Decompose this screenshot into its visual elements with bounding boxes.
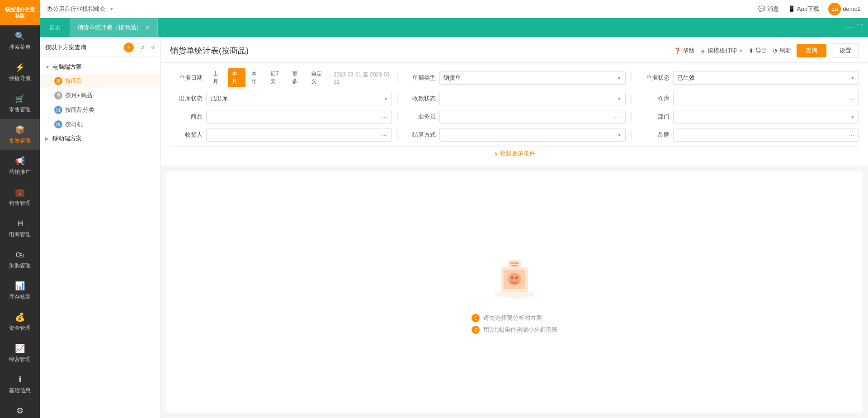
warehouse-dots-icon: ···: [848, 95, 855, 102]
sidebar-item-label: 零售管理: [9, 106, 31, 114]
divider-1: [397, 73, 398, 82]
refresh-scheme-button[interactable]: ↺: [137, 43, 147, 52]
salesperson-label: 业务员: [403, 113, 439, 121]
brand-label: 品牌: [637, 131, 673, 139]
tree-group-pc-header[interactable]: ▼ 电脑端方案: [40, 60, 160, 74]
tabbar: 首页 销货单统计表（按商品） ✕ — ⛶: [40, 18, 868, 37]
warehouse-control: ···: [673, 92, 859, 105]
svg-point-5: [515, 276, 518, 279]
print-icon: 🖨: [700, 48, 706, 54]
date-control: 上月 本月 本年 近7天 更多 自定义 2023-03-01 至 2023-03…: [206, 68, 392, 87]
sidebar-item-search[interactable]: 🔍 搜索菜单: [0, 25, 40, 57]
receiver-label: 收货人: [170, 131, 206, 139]
date-btn-this-month[interactable]: 本月: [228, 68, 245, 87]
sidebar-item-purchase[interactable]: 🛍 采购管理: [0, 244, 40, 275]
salesperson-select[interactable]: ···: [439, 110, 625, 124]
search-icon: 🔍: [15, 31, 25, 42]
sidebar-item-finance[interactable]: 💰 资金管理: [0, 306, 40, 337]
sidebar-item-basic[interactable]: ℹ 基础信息: [0, 369, 40, 400]
warehouse-select[interactable]: ···: [673, 92, 859, 105]
divider-6: [631, 112, 632, 121]
collapse-more-button[interactable]: ∧ 收起更多条件: [170, 146, 859, 160]
ecommerce-icon: 🖥: [16, 218, 24, 229]
sidebar-item-wholesale[interactable]: 📦 批发管理: [0, 119, 40, 150]
tab-close-icon[interactable]: ✕: [145, 24, 150, 31]
refresh-label: 刷新: [779, 47, 791, 55]
date-btn-this-year[interactable]: 本年: [247, 68, 264, 87]
doc-status-label: 单据状态: [637, 74, 673, 82]
date-quick-buttons: 上月 本月 本年 近7天 更多 自定义: [209, 68, 329, 87]
brand-control: ···: [673, 128, 859, 142]
collapse-panel-button[interactable]: «: [151, 43, 155, 52]
sidebar-item-inventory[interactable]: 📊 库存核算: [0, 275, 40, 306]
filter-row-1: 单据日期 上月 本月 本年 近7天 更多 自定义 2023-03-01: [170, 68, 859, 87]
payment-control: ▼: [439, 128, 625, 142]
export-button[interactable]: ⬇ 导出: [749, 47, 767, 55]
tree-item-by-category-icon: 目: [54, 106, 62, 114]
doc-type-value: 销货单: [443, 74, 461, 82]
department-label: 部门: [637, 113, 673, 121]
divider-3: [397, 94, 398, 103]
payment-select[interactable]: ▼: [439, 128, 625, 142]
sidebar-item-ecommerce[interactable]: 🖥 电商管理: [0, 213, 40, 244]
step-2-label: 用[过滤]条件来缩小分析范围: [483, 324, 557, 336]
brand-dots-icon: ···: [848, 131, 855, 138]
doc-status-select[interactable]: 已生效 ▼: [673, 71, 859, 85]
user-profile-button[interactable]: Ea demo2: [828, 3, 861, 15]
help-label: 帮助: [683, 47, 694, 55]
tab-maximize-icon[interactable]: ⛶: [856, 24, 863, 32]
basic-icon: ℹ: [19, 374, 22, 385]
industry-label: 办公用品行业模拟账套: [47, 5, 106, 13]
quicknav-icon: ⚡: [15, 62, 25, 73]
collapse-up-icon: ∧: [494, 150, 498, 157]
sidebar-item-quicknav[interactable]: ⚡ 快捷导航: [0, 57, 40, 88]
settings-button[interactable]: 设置: [832, 43, 859, 58]
retail-icon: 🛒: [15, 93, 25, 104]
sidebar-item-marketing[interactable]: 📢 营销推广: [0, 150, 40, 181]
date-btn-last-month[interactable]: 上月: [209, 68, 226, 87]
app-subtitle: 标版: [15, 13, 25, 19]
tree-item-by-product[interactable]: 按 按商品: [40, 74, 160, 88]
right-panel: 销货单统计表(按商品) ❓ 帮助 🖨 按模板打印 ▼ ⬇ 导出: [161, 37, 868, 418]
tree-group-pc: ▼ 电脑端方案 按 按商品 月 按月+商品 目 按商品分类: [40, 60, 160, 132]
doc-type-label: 单据类型: [403, 74, 439, 82]
tree-item-by-cashier[interactable]: 按 按司机: [40, 117, 160, 132]
message-button[interactable]: 💬 消息: [758, 5, 779, 13]
tab-minimize-icon[interactable]: —: [845, 24, 853, 32]
product-select[interactable]: ···: [206, 110, 392, 124]
sidebar-item-label: 采购管理: [9, 262, 31, 270]
tab-home[interactable]: 首页: [40, 18, 70, 37]
tab-sales-stat[interactable]: 销货单统计表（按商品） ✕: [70, 18, 158, 37]
sidebar-item-operation[interactable]: 📈 经营管理: [0, 337, 40, 369]
help-icon: ❓: [674, 48, 681, 54]
out-status-select[interactable]: 已出库 ▼: [206, 92, 392, 105]
brand-select[interactable]: ···: [673, 128, 859, 142]
tree-item-by-category[interactable]: 目 按商品分类: [40, 103, 160, 117]
filter-area: 单据日期 上月 本月 本年 近7天 更多 自定义 2023-03-01: [161, 63, 868, 166]
sidebar: 畅捷通好生意 标版 🔍 搜索菜单 ⚡ 快捷导航 🛒 零售管理 📦 批发管理 📢 …: [0, 0, 40, 418]
date-btn-custom[interactable]: 自定义: [307, 68, 329, 87]
tree-item-by-month-product[interactable]: 月 按月+商品: [40, 88, 160, 103]
date-btn-7days[interactable]: 近7天: [266, 68, 286, 87]
finance-icon: 💰: [15, 312, 25, 323]
app-download-button[interactable]: 📱 App下载: [788, 5, 819, 13]
date-btn-more[interactable]: 更多: [288, 68, 305, 87]
print-template-button[interactable]: 🖨 按模板打印 ▼: [700, 47, 743, 55]
help-button[interactable]: ❓ 帮助: [674, 47, 694, 55]
message-icon: 💬: [758, 5, 765, 12]
department-select[interactable]: ▼: [673, 110, 859, 124]
sidebar-item-sales[interactable]: 💼 销售管理: [0, 181, 40, 213]
sidebar-item-system[interactable]: ⚙ 系统管理: [0, 400, 40, 418]
tree-item-by-cashier-icon: 按: [54, 120, 62, 128]
add-scheme-button[interactable]: +: [124, 43, 134, 52]
query-button[interactable]: 查询: [797, 44, 826, 57]
refresh-button[interactable]: ↺ 刷新: [773, 47, 791, 55]
step-1-label: 请先选择要分析的方案: [483, 312, 542, 324]
doc-type-select[interactable]: 销货单 ▼: [439, 71, 625, 85]
sidebar-item-retail[interactable]: 🛒 零售管理: [0, 88, 40, 119]
sidebar-item-label: 营销推广: [9, 168, 31, 176]
tree-group-mobile-header[interactable]: ▶ 移动端方案: [40, 132, 160, 145]
receipt-status-select[interactable]: ▼: [439, 92, 625, 105]
tab-home-label: 首页: [49, 24, 61, 32]
receiver-select[interactable]: ···: [206, 128, 392, 142]
